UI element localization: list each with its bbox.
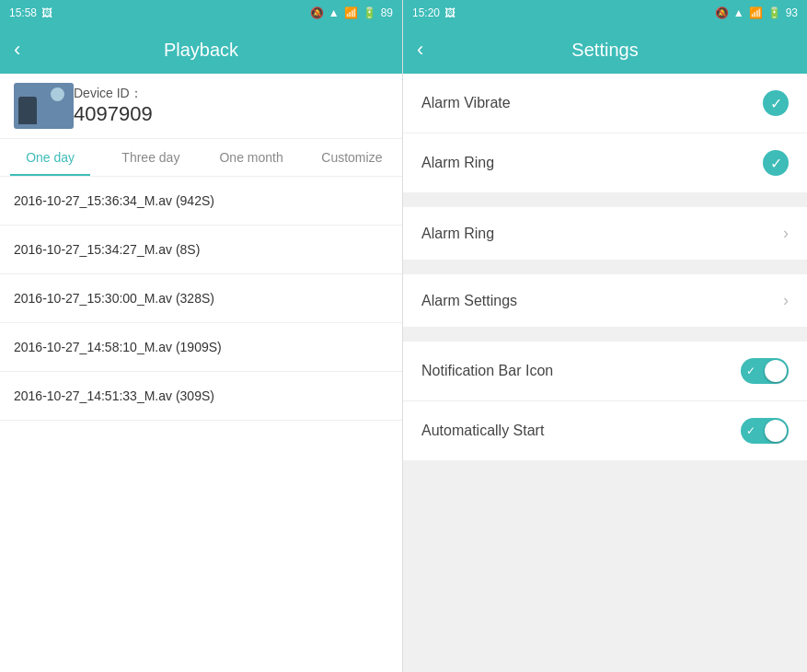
left-time: 15:58 (9, 6, 37, 19)
file-item[interactable]: 2016-10-27_15:34:27_M.av (8S) (0, 226, 402, 274)
right-status-bar-right: 🔕 ▲ 📶 🔋 93 (715, 6, 798, 19)
alarm-ring-chevron-icon: › (783, 224, 789, 243)
auto-start-toggle-knob (765, 420, 787, 442)
alarm-settings-label: Alarm Settings (421, 293, 517, 309)
right-page-title: Settings (571, 40, 638, 61)
alarm-vibrate-label: Alarm Vibrate (421, 95, 511, 111)
file-item[interactable]: 2016-10-27_14:58:10_M.av (1909S) (0, 323, 402, 372)
settings-separator-2 (403, 267, 807, 274)
left-back-button[interactable]: ‹ (14, 38, 20, 62)
device-details: Device ID： 4097909 (74, 86, 153, 126)
right-wifi-icon: ▲ (733, 6, 744, 19)
device-info: Device ID： 4097909 (0, 74, 402, 139)
right-status-bar: 15:20 🖼 🔕 ▲ 📶 🔋 93 (403, 0, 807, 26)
left-panel: 15:58 🖼 🔕 ▲ 📶 🔋 89 ‹ Playback Device ID：… (0, 0, 403, 672)
tab-customize[interactable]: Customize (302, 139, 402, 176)
alarm-ring-check-label: Alarm Ring (421, 155, 494, 171)
file-item[interactable]: 2016-10-27_14:51:33_M.av (309S) (0, 372, 402, 421)
left-photo-icon: 🖼 (41, 6, 52, 19)
left-mute-icon: 🔕 (310, 6, 324, 19)
device-id-label: Device ID： (74, 86, 153, 102)
tab-one-day[interactable]: One day (0, 139, 100, 176)
notification-bar-toggle[interactable] (741, 358, 789, 384)
right-time: 15:20 (412, 6, 440, 19)
notification-bar-toggle-knob (765, 360, 787, 382)
device-thumbnail (14, 83, 74, 129)
auto-start-item[interactable]: Automatically Start (403, 401, 807, 460)
alarm-settings-chevron-icon: › (783, 291, 789, 310)
alarm-ring-chevron-label: Alarm Ring (421, 226, 494, 242)
settings-content: Alarm Vibrate ✓ Alarm Ring ✓ Alarm Ring … (403, 74, 807, 672)
left-status-bar-left: 15:58 🖼 (9, 6, 52, 19)
settings-separator-1 (403, 200, 807, 207)
left-status-bar-right: 🔕 ▲ 📶 🔋 89 (310, 6, 393, 19)
playback-tabs: One day Three day One month Customize (0, 139, 402, 177)
right-mute-icon: 🔕 (715, 6, 729, 19)
alarm-settings-item[interactable]: Alarm Settings › (403, 274, 807, 327)
left-battery-icon: 🔋 (363, 6, 376, 19)
right-back-button[interactable]: ‹ (417, 38, 423, 62)
thumbnail-circle-shape (51, 87, 64, 101)
tab-three-day[interactable]: Three day (100, 139, 201, 176)
right-panel: 15:20 🖼 🔕 ▲ 📶 🔋 93 ‹ Settings Alarm Vibr… (403, 0, 807, 672)
settings-group-toggles: Notification Bar Icon Automatically Star… (403, 342, 807, 460)
alarm-vibrate-check-icon: ✓ (763, 90, 789, 116)
left-wifi-icon: ▲ (329, 6, 340, 19)
notification-bar-item[interactable]: Notification Bar Icon (403, 342, 807, 401)
auto-start-label: Automatically Start (421, 423, 544, 439)
device-id-value: 4097909 (74, 102, 153, 126)
right-photo-icon: 🖼 (444, 6, 455, 19)
alarm-vibrate-item[interactable]: Alarm Vibrate ✓ (403, 74, 807, 133)
right-signal-icon: 📶 (749, 6, 763, 19)
right-status-bar-left: 15:20 🖼 (412, 6, 455, 19)
left-status-bar: 15:58 🖼 🔕 ▲ 📶 🔋 89 (0, 0, 402, 26)
settings-group-alarm-main: Alarm Vibrate ✓ Alarm Ring ✓ (403, 74, 807, 192)
settings-separator-3 (403, 334, 807, 342)
file-list: 2016-10-27_15:36:34_M.av (942S) 2016-10-… (0, 177, 402, 672)
auto-start-toggle[interactable] (741, 418, 789, 444)
settings-group-alarm-settings: Alarm Settings › (403, 274, 807, 327)
alarm-ring-check-item[interactable]: Alarm Ring ✓ (403, 133, 807, 192)
right-header: ‹ Settings (403, 26, 807, 74)
left-page-title: Playback (164, 40, 238, 61)
right-battery-icon: 🔋 (767, 6, 781, 19)
left-header: ‹ Playback (0, 26, 402, 74)
left-signal-icon: 📶 (344, 6, 358, 19)
alarm-ring-check-icon: ✓ (763, 150, 789, 176)
settings-group-alarm-ring: Alarm Ring › (403, 207, 807, 260)
alarm-ring-chevron-item[interactable]: Alarm Ring › (403, 207, 807, 260)
file-item[interactable]: 2016-10-27_15:36:34_M.av (942S) (0, 177, 402, 226)
tab-one-month[interactable]: One month (202, 139, 302, 176)
left-battery-pct: 89 (381, 6, 393, 19)
thumbnail-person-shape (18, 97, 37, 124)
right-battery-pct: 93 (786, 6, 798, 19)
notification-bar-label: Notification Bar Icon (421, 363, 553, 379)
file-item[interactable]: 2016-10-27_15:30:00_M.av (328S) (0, 274, 402, 323)
